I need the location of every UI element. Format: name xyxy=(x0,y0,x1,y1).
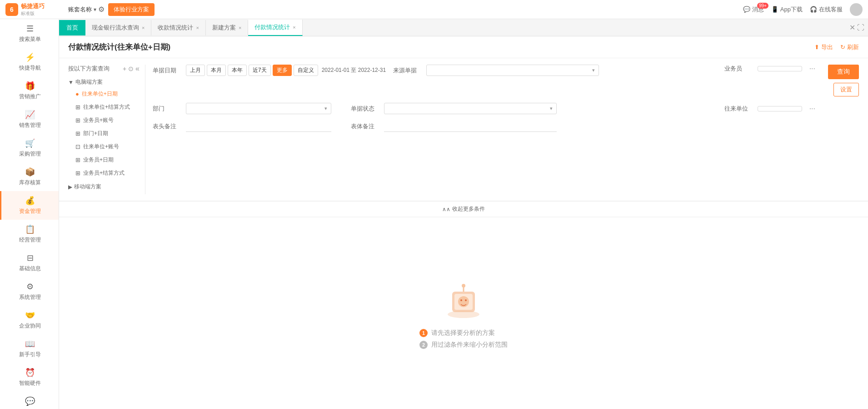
date-7days-btn[interactable]: 近7天 xyxy=(249,65,271,76)
sidebar-item-enterprise[interactable]: 🤝 企业协同 xyxy=(0,306,59,334)
unit-dots-btn[interactable]: ··· xyxy=(809,105,815,113)
user-avatar[interactable] xyxy=(850,3,863,16)
page-header: 付款情况统计(往来单位+日期) ⬆ 导出 ↻ 刷新 xyxy=(59,36,868,58)
scheme-label-1: 往来单位+结算方式 xyxy=(83,103,130,111)
sidebar-label-guide: 新手引导 xyxy=(19,351,41,359)
pc-scheme-group: ▼ 电脑端方案 ● 往来单位+日期 ⊞ 往来单位+结算方式 xyxy=(68,76,140,179)
scheme-staff-settle[interactable]: ⊞ 业务员+结算方式 xyxy=(73,167,140,179)
tab-new-plan[interactable]: 新建方案 × xyxy=(206,20,248,35)
basic-info-icon: ⊟ xyxy=(27,253,34,263)
tip-text-1: 请先选择要分析的方案 xyxy=(431,329,495,337)
account-name: 账套名称 xyxy=(68,5,92,14)
scheme-label-5: 业务员+日期 xyxy=(83,156,114,164)
tab-bank-close[interactable]: × xyxy=(142,25,145,30)
date-custom-btn[interactable]: 自定义 xyxy=(294,65,318,76)
tab-payment-close[interactable]: × xyxy=(293,25,295,30)
sidebar-label-search-menu: 搜索菜单 xyxy=(19,35,41,43)
status-select[interactable]: ▾ xyxy=(384,103,557,114)
date-this-year-btn[interactable]: 本年 xyxy=(228,65,247,76)
sidebar-item-purchase[interactable]: 🛒 采购管理 xyxy=(0,134,59,162)
messages-btn[interactable]: 💬 消息 99+ xyxy=(743,5,764,14)
page-header-actions: ⬆ 导出 ↻ 刷新 xyxy=(814,43,859,51)
account-dropdown-btn[interactable]: ▾ xyxy=(94,6,96,13)
app-download-btn[interactable]: 📱 App下载 xyxy=(771,5,803,14)
tab-receivable-close[interactable]: × xyxy=(196,25,199,30)
staff-dots-btn[interactable]: ··· xyxy=(809,65,815,73)
tab-fullscreen-btn[interactable]: ⛶ xyxy=(857,24,864,32)
app-edition: 标准版 xyxy=(21,10,45,17)
pc-group-arrow: ▼ xyxy=(68,79,74,86)
try-industry-btn[interactable]: 体验行业方案 xyxy=(108,3,155,16)
tab-bank[interactable]: 现金银行流水查询 × xyxy=(85,20,151,35)
sidebar-label-fund: 资金管理 xyxy=(19,207,41,215)
scheme-staff-date[interactable]: ⊞ 业务员+日期 xyxy=(73,154,140,166)
content-area: 首页 现金银行流水查询 × 收款情况统计 × 新建方案 × 付款情况统计 × ✕… xyxy=(59,19,868,409)
tab-new-plan-close[interactable]: × xyxy=(239,25,241,30)
sidebar-label-marketing: 营销推广 xyxy=(19,93,41,101)
sidebar-item-operation[interactable]: 📋 经营管理 xyxy=(0,220,59,248)
tab-payment[interactable]: 付款情况统计 × xyxy=(248,20,302,36)
scheme-dept-date[interactable]: ⊞ 部门+日期 xyxy=(73,127,140,140)
filter-actions: 查询 设置 xyxy=(823,65,859,96)
top-header: 6 畅捷通巧 标准版 账套名称 ▾ ⚙ 体验行业方案 💬 消息 99+ 📱 Ap… xyxy=(0,0,868,19)
date-range-display: 2022-01-01 至 2022-12-31 xyxy=(322,66,386,74)
sidebar-item-hardware[interactable]: ⏰ 智能硬件 xyxy=(0,363,59,392)
mobile-group-label: 移动端方案 xyxy=(74,183,101,191)
inventory-icon: 📦 xyxy=(25,167,35,177)
scheme-staff-account[interactable]: ⊞ 业务员+账号 xyxy=(73,114,140,126)
sidebar-item-guide[interactable]: 📖 新手引导 xyxy=(0,334,59,363)
header-note-input[interactable] xyxy=(186,121,331,132)
mobile-scheme-group-title[interactable]: ▶ 移动端方案 xyxy=(68,181,140,192)
operation-icon: 📋 xyxy=(25,224,35,234)
scheme-unit-account[interactable]: ⊡ 往来单位+账号 xyxy=(73,141,140,153)
sidebar-item-quick-nav[interactable]: ⚡ 快捷导航 xyxy=(0,48,59,76)
tab-home[interactable]: 首页 xyxy=(59,20,85,35)
refresh-btn[interactable]: ↻ 刷新 xyxy=(840,43,859,51)
sidebar: ☰ 搜索菜单 ⚡ 快捷导航 🎁 营销推广 📈 销售管理 🛒 采购管理 📦 库存核… xyxy=(0,19,59,409)
sidebar-item-sales[interactable]: 📈 销售管理 xyxy=(0,105,59,134)
export-btn[interactable]: ⬆ 导出 xyxy=(814,43,833,51)
scheme-add-btn[interactable]: + xyxy=(123,65,126,73)
system-icon: ⚙ xyxy=(26,282,34,292)
pc-scheme-items: ● 往来单位+日期 ⊞ 往来单位+结算方式 ⊞ 业务员+账号 xyxy=(68,88,140,179)
date-more-btn[interactable]: 更多 xyxy=(273,65,292,76)
tab-receivable[interactable]: 收款情况统计 × xyxy=(151,20,205,35)
tab-close-all-btn[interactable]: ✕ xyxy=(849,23,855,32)
source-select[interactable]: ▾ xyxy=(426,65,599,76)
sidebar-item-fund[interactable]: 💰 资金管理 xyxy=(0,191,59,220)
dept-dropdown-icon: ▾ xyxy=(324,106,327,111)
body-note-input[interactable] xyxy=(384,121,557,132)
scheme-unit-settle[interactable]: ⊞ 往来单位+结算方式 xyxy=(73,101,140,113)
sidebar-item-wechat[interactable]: 💬 企业微信 xyxy=(0,392,59,409)
hardware-icon: ⏰ xyxy=(25,368,35,378)
tab-new-plan-label: 新建方案 xyxy=(212,24,236,32)
filter-settings-btn[interactable]: 设置 xyxy=(833,83,859,96)
scheme-icon-4: ⊡ xyxy=(75,143,80,150)
sidebar-item-system[interactable]: ⚙ 系统管理 xyxy=(0,277,59,306)
sidebar-item-search-menu[interactable]: ☰ 搜索菜单 xyxy=(0,19,59,48)
sidebar-item-inventory[interactable]: 📦 库存核算 xyxy=(0,162,59,191)
settings-gear-btn[interactable]: ⚙ xyxy=(98,5,105,14)
staff-select[interactable] xyxy=(758,66,802,71)
page-title: 付款情况统计(往来单位+日期) xyxy=(68,42,170,52)
query-btn[interactable]: 查询 xyxy=(828,65,859,79)
date-this-month-btn[interactable]: 本月 xyxy=(207,65,226,76)
svg-point-5 xyxy=(465,299,467,301)
scheme-panel-title: 按以下方案查询 xyxy=(68,65,110,73)
sidebar-item-marketing[interactable]: 🎁 营销推广 xyxy=(0,76,59,105)
mobile-scheme-group: ▶ 移动端方案 xyxy=(68,181,140,192)
mobile-group-arrow: ▶ xyxy=(68,184,72,190)
online-service-btn[interactable]: 🎧 在线客服 xyxy=(810,5,843,14)
unit-select[interactable] xyxy=(758,106,802,111)
date-last-month-btn[interactable]: 上月 xyxy=(186,65,205,76)
scheme-unit-date[interactable]: ● 往来单位+日期 xyxy=(73,88,140,100)
collapse-bar[interactable]: ∧∧ 收起更多条件 xyxy=(59,201,868,217)
sidebar-item-basic-info[interactable]: ⊟ 基础信息 xyxy=(0,248,59,277)
pc-scheme-group-title[interactable]: ▼ 电脑端方案 xyxy=(68,76,140,88)
tab-bank-label: 现金银行流水查询 xyxy=(92,24,139,32)
dept-select[interactable]: ▾ xyxy=(186,103,331,114)
scheme-settings-btn[interactable]: ⊙ xyxy=(128,65,134,73)
sidebar-label-system: 系统管理 xyxy=(19,293,41,301)
scheme-collapse-btn[interactable]: « xyxy=(135,65,140,73)
sidebar-label-inventory: 库存核算 xyxy=(19,179,41,187)
